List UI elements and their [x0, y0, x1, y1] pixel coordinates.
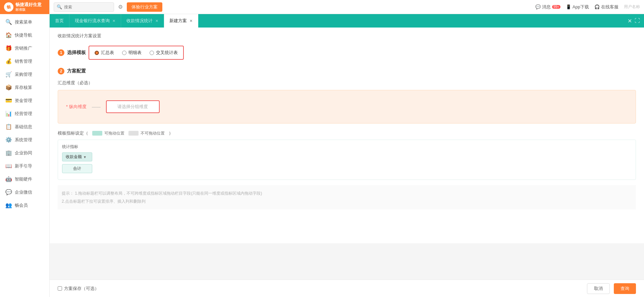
- gear-icon: ⚙️: [5, 137, 12, 143]
- trial-button[interactable]: 体验行业方案: [127, 2, 162, 12]
- gift-icon: 🎁: [5, 45, 12, 51]
- sidebar-item-label: 企业协同: [15, 150, 32, 156]
- section1-num: 1: [58, 49, 64, 56]
- sidebar-item-system[interactable]: ⚙️ 系统管理: [0, 133, 49, 146]
- sidebar-item-label: 企业微信: [15, 189, 32, 195]
- stat-subtag-total[interactable]: 合计: [62, 164, 92, 173]
- sidebar-item-marketing[interactable]: 🎁 营销推广: [0, 42, 49, 55]
- save-checkbox[interactable]: [58, 286, 62, 291]
- logo-text: 畅捷通好生意: [15, 2, 42, 7]
- radio-summary-input[interactable]: [95, 51, 99, 55]
- tab-home-label: 首页: [55, 18, 64, 24]
- vertical-dim-label: * 纵向维度: [66, 104, 87, 110]
- section1-title: 选择模板: [67, 50, 86, 56]
- sidebar-item-enterprise[interactable]: 🏢 企业协同: [0, 146, 49, 159]
- section-template: 1 选择模板 汇总表 明细表 交叉统计表: [58, 46, 636, 60]
- content-area: 收款情况统计方案设置 1 选择模板 汇总表 明细表: [50, 28, 644, 297]
- topbar: 🔍 ⚙ 体验行业方案 💬 消息 99+ 📱 App下载 🎧 在线客服 用户名称: [50, 0, 644, 14]
- sidebar-item-label: 新手引导: [15, 163, 32, 169]
- download-btn[interactable]: 📱 App下载: [566, 4, 589, 10]
- dimension-label: 汇总维度（必选）: [58, 80, 636, 86]
- sidebar-item-quick-nav[interactable]: 🏠 快捷导航: [0, 29, 49, 42]
- card-icon: 💳: [5, 97, 12, 104]
- footer: 方案保存（可选） 取消 查询: [50, 280, 644, 297]
- radio-cross-label: 交叉统计表: [156, 50, 178, 56]
- config-section: 汇总维度（必选） * 纵向维度 —— 请选择分组维度: [58, 80, 636, 209]
- clipboard-icon: 📋: [5, 123, 12, 130]
- sidebar-item-label: 搜索菜单: [15, 19, 32, 25]
- sidebar-nav: 🔍 搜索菜单 🏠 快捷导航 🎁 营销推广 💰 销售管理 🛒 采购管理 📦 库存核…: [0, 14, 49, 297]
- sidebar-item-label: 营销推广: [15, 45, 32, 51]
- tab-receipt-stats-label: 收款情况统计: [126, 18, 153, 24]
- stats-title: 统计指标: [62, 144, 632, 150]
- search-box[interactable]: 🔍: [54, 2, 114, 12]
- sidebar-item-sales[interactable]: 💰 销售管理: [0, 55, 49, 68]
- sidebar-item-capital[interactable]: 💳 资金管理: [0, 94, 49, 107]
- main-area: 🔍 ⚙ 体验行业方案 💬 消息 99+ 📱 App下载 🎧 在线客服 用户名称 …: [50, 0, 644, 297]
- radio-detail[interactable]: 明细表: [122, 50, 142, 56]
- sidebar-item-inventory[interactable]: 📦 库存核算: [0, 81, 49, 94]
- tab-bank-flow-close[interactable]: ✕: [112, 19, 115, 23]
- tab-new-plan-close[interactable]: ✕: [190, 19, 193, 23]
- sidebar-item-label: 系统管理: [15, 137, 32, 143]
- settings-icon[interactable]: ⚙: [118, 4, 123, 10]
- section-template-header: 1 选择模板 汇总表 明细表 交叉统计表: [58, 46, 636, 60]
- sidebar: 畅 畅捷通好生意 标准版 🔍 搜索菜单 🏠 快捷导航 🎁 营销推广 💰 销售管理…: [0, 0, 50, 297]
- radio-cross[interactable]: 交叉统计表: [150, 50, 178, 56]
- section-config-header: 2 方案配置: [58, 68, 636, 75]
- draggable-legend-box: [92, 131, 102, 136]
- section-config: 2 方案配置 汇总维度（必选） * 纵向维度 —— 请选择分组维度: [58, 68, 636, 209]
- topbar-right: 💬 消息 99+ 📱 App下载 🎧 在线客服 用户名称: [535, 4, 640, 10]
- message-btn[interactable]: 💬 消息 99+: [535, 4, 560, 10]
- sidebar-item-purchase[interactable]: 🛒 采购管理: [0, 68, 49, 81]
- dimension-select-box[interactable]: 请选择分组维度: [106, 100, 160, 113]
- radio-detail-input[interactable]: [122, 51, 126, 55]
- sidebar-item-label: 资金管理: [15, 98, 32, 104]
- users-icon: 👥: [5, 202, 12, 208]
- sidebar-item-label: 销售管理: [15, 58, 32, 64]
- stat-tag-revenue[interactable]: 收款金额 ▾: [62, 152, 92, 161]
- save-option[interactable]: 方案保存（可选）: [58, 286, 99, 292]
- tab-bank-flow[interactable]: 现金银行流水查询 ✕: [69, 14, 121, 28]
- sidebar-item-label: 采购管理: [15, 71, 32, 78]
- non-draggable-legend-label: 不可拖动位置: [141, 131, 165, 136]
- sidebar-item-label: 快捷导航: [15, 32, 32, 38]
- search-icon: 🔍: [5, 19, 12, 25]
- tabbar: 首页 现金银行流水查询 ✕ 收款情况统计 ✕ 新建方案 ✕ ✕ ⛶: [50, 14, 644, 28]
- tab-close-all-icon[interactable]: ✕: [628, 18, 632, 24]
- download-icon: 📱: [566, 4, 571, 9]
- sidebar-item-search[interactable]: 🔍 搜索菜单: [0, 15, 49, 29]
- tip-text-1: 提示： 1.拖动标题栏可以调整布局，不可跨维度或指标区域拖动栏目字段(只能在同一…: [62, 189, 632, 197]
- service-icon: 🎧: [594, 4, 600, 9]
- service-btn[interactable]: 🎧 在线客服: [594, 4, 619, 10]
- search-input[interactable]: [64, 5, 111, 9]
- indicators-closing: ）: [169, 130, 173, 136]
- stats-area: 统计指标 收款金额 ▾ 合计: [58, 140, 636, 180]
- query-button[interactable]: 查询: [614, 283, 636, 294]
- cancel-button[interactable]: 取消: [587, 283, 610, 294]
- tab-home[interactable]: 首页: [50, 14, 69, 28]
- chat-icon: 💬: [5, 189, 12, 195]
- sidebar-item-smart-hw[interactable]: 🤖 智能硬件: [0, 172, 49, 186]
- sidebar-item-label: 畅会员: [15, 202, 28, 208]
- radio-cross-input[interactable]: [150, 51, 154, 55]
- tab-receipt-stats[interactable]: 收款情况统计 ✕: [121, 14, 164, 28]
- sidebar-item-member[interactable]: 👥 畅会员: [0, 199, 49, 212]
- sidebar-item-operations[interactable]: 📊 经营管理: [0, 107, 49, 120]
- chart-icon: 📊: [5, 110, 12, 117]
- sidebar-item-label: 经营管理: [15, 111, 32, 117]
- box-icon: 📦: [5, 84, 12, 91]
- tab-new-plan[interactable]: 新建方案 ✕: [164, 14, 198, 28]
- sidebar-item-basic-info[interactable]: 📋 基础信息: [0, 120, 49, 133]
- message-icon: 💬: [535, 4, 541, 9]
- section2-num: 2: [58, 68, 64, 75]
- tab-expand-icon[interactable]: ⛶: [635, 18, 640, 24]
- sidebar-item-guide[interactable]: 📖 新手引导: [0, 159, 49, 172]
- legend-non-draggable: 不可拖动位置: [128, 131, 165, 136]
- sidebar-item-wechat[interactable]: 💬 企业微信: [0, 186, 49, 199]
- sidebar-item-label: 智能硬件: [15, 176, 32, 182]
- message-badge: 99+: [552, 5, 560, 9]
- tab-receipt-stats-close[interactable]: ✕: [155, 19, 158, 23]
- radio-summary[interactable]: 汇总表: [95, 50, 114, 56]
- cart-icon: 🛒: [5, 71, 12, 78]
